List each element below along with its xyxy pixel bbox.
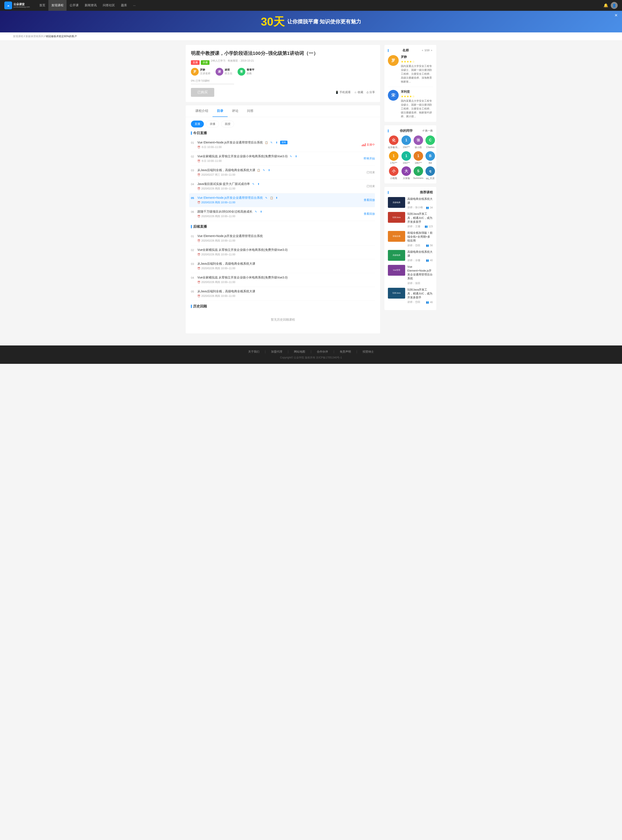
classmate-avatar: 1 xyxy=(401,136,411,145)
mobile-watch-button[interactable]: 📱 手机观看 xyxy=(335,90,351,94)
sub-tab-offline[interactable]: 面授 xyxy=(221,121,234,127)
classmate-name: 大笨狼 xyxy=(401,177,411,180)
buy-button[interactable]: 已购买 xyxy=(191,88,214,97)
rec-course-info: 玩转Java开发工具，精通JUC，成为开发多面手 讲师：岱田 👥 46 xyxy=(407,288,433,304)
tab-catalog[interactable]: 目录 xyxy=(212,105,228,117)
banner-close-button[interactable]: ✕ xyxy=(614,13,618,18)
teacher-3-info: 青青平 助教 xyxy=(247,68,255,75)
copy-icon[interactable]: 📋 xyxy=(257,168,261,172)
teacher-card-1-stars: ★★★★☆ xyxy=(401,60,433,63)
lesson-status-replay[interactable]: 查看回放 xyxy=(361,212,375,216)
rec-course-meta: 讲师：岱田 👥 46 xyxy=(407,300,433,304)
edit-icon[interactable]: ✎ xyxy=(254,210,258,214)
lesson-time-highlighted: ⏰ 2020/02/26 周四 10:00–11:00 xyxy=(197,201,361,205)
lesson-status-live[interactable]: 直播中 xyxy=(360,143,375,147)
lesson-name: Vue Element+Node.js开发企业通用管理后台系统 📋 ✎ ⬆ 资料 xyxy=(197,141,360,145)
footer-link-agent[interactable]: 加盟代理 xyxy=(271,350,282,354)
logo[interactable]: ☁ 云朵课堂 yunduoketang.com xyxy=(4,2,30,9)
user-avatar[interactable]: 👤 xyxy=(611,2,618,9)
tab-qa[interactable]: 问答 xyxy=(243,105,258,117)
edit-icon[interactable]: ✎ xyxy=(289,155,293,158)
breadcrumb-discover[interactable]: 发现课程 xyxy=(13,35,23,38)
classmate-name: 1867** xyxy=(413,162,423,164)
edit-icon[interactable]: ✎ xyxy=(270,141,273,144)
upload-icon[interactable]: ⬆ xyxy=(259,210,263,214)
sub-tab-live[interactable]: 直播 xyxy=(191,121,204,127)
rec-course-meta: 讲师：张小锋 👥 34 xyxy=(407,206,433,209)
teacher-card-2-desc: 国内某重点大学安全工程专业硕士、国家一级注册消防工程师、注册安全工程师、级注册建… xyxy=(401,99,433,118)
teacher-1-name: 罗静 xyxy=(200,68,210,72)
tab-review[interactable]: 评论 xyxy=(228,105,243,117)
classmate-avatar: S xyxy=(413,166,423,176)
nav-item-news[interactable]: 新闻资讯 xyxy=(82,0,100,11)
teachers-list: 罗 罗静 主讲老师 凌 凌荷 班主任 青 青青平 xyxy=(191,68,375,76)
teachers-pagination[interactable]: ＜ 1/10 ＞ xyxy=(421,49,433,52)
action-buttons: 📱 手机观看 ☆ 收藏 ⎙ 分享 xyxy=(335,90,375,94)
tag-recorded: 录播 xyxy=(201,60,209,65)
edit-icon[interactable]: ✎ xyxy=(252,182,255,186)
lesson-item: 02 Vue全家桶实战 从零独立开发企业级小米电商系统(免费升级Vue3.0) … xyxy=(191,152,375,166)
lesson-info: 从Java后端到全栈，高级电商全栈系统大课 ⏰ 2020/02/26 周四 10… xyxy=(197,290,375,298)
sub-tab-recorded[interactable]: 录播 xyxy=(206,121,219,127)
footer-link-about[interactable]: 关于我们 xyxy=(248,350,259,354)
footer-link-sitemap[interactable]: 网站地图 xyxy=(294,350,305,354)
lesson-link[interactable]: Vue Element+Node.js开发企业通用管理后台系统 xyxy=(197,196,263,200)
tab-intro[interactable]: 课程介绍 xyxy=(191,105,212,117)
breadcrumb-series[interactable]: 新媒体营销系列 xyxy=(26,35,44,38)
main-container: 明星中教授课，小学阶段语法100分–强化级第1讲动词（一） 直播 录播 246人… xyxy=(181,41,441,341)
breadcrumb-current: 销冠修炼术抢定80%的客户 xyxy=(46,35,77,38)
nav-item-qa[interactable]: 问答社区 xyxy=(100,0,118,11)
upload-icon[interactable]: ⬆ xyxy=(275,196,278,200)
classmate-item: 化 化学教书... xyxy=(388,136,399,149)
rec-course-item[interactable]: 玩转Java 玩转Java开发工具，精通JUC，成为开发多面手 讲师：岱田 👥 … xyxy=(388,288,433,304)
rec-course-item[interactable]: 高级电商 高级电商全线系统大课 讲师：冷珊 👥 40 xyxy=(388,250,433,262)
rec-course-thumb: Vue管理 xyxy=(388,265,405,276)
rec-course-item[interactable]: 前端全栈 前端全栈加强版！前端全线+全周期+多组应用 讲师：岱田 👥 56 xyxy=(388,231,433,247)
tag-live: 直播 xyxy=(191,60,200,65)
classmate-item: C Charles xyxy=(425,136,435,149)
classmates-card-title: 你的同学 ↺ 换一换 xyxy=(388,129,433,133)
nav-item-discover[interactable]: 发现课程 xyxy=(48,0,67,11)
lesson-status-replay[interactable]: 查看回放 xyxy=(361,198,375,202)
copy-icon[interactable]: 📋 xyxy=(265,141,268,144)
nav-item-open[interactable]: 公开课 xyxy=(67,0,82,11)
share-button[interactable]: ⎙ 分享 xyxy=(367,90,375,94)
footer-link-recruit[interactable]: 招贤纳士 xyxy=(363,350,374,354)
lesson-info: Vue全家桶实战 从零独立开发企业级小米电商系统(免费升级Vue3.0) ⏰ 2… xyxy=(197,276,375,284)
rec-course-item[interactable]: 玩转Java 玩转Java开发工具，精通JUC，成为开发多面手 讲师：王珊 👥 … xyxy=(388,212,433,228)
refresh-classmates-button[interactable]: ↺ 换一换 xyxy=(422,129,433,133)
classmate-avatar: 1 xyxy=(401,151,411,161)
edit-icon[interactable]: ✎ xyxy=(262,168,266,172)
rec-course-item[interactable]: Vue管理 Vue Element+Node.js开发企业通用管理后台系统 讲师… xyxy=(388,265,433,285)
edit-icon[interactable]: ✎ xyxy=(265,196,268,200)
upload-icon[interactable]: ⬆ xyxy=(257,182,260,186)
upload-icon[interactable]: ⬆ xyxy=(275,141,278,144)
teacher-1-info: 罗静 主讲老师 xyxy=(200,68,210,75)
nav-item-more[interactable]: ··· xyxy=(130,0,139,11)
notification-bell[interactable]: 🔔 xyxy=(604,3,608,8)
lesson-num-highlighted: 05 xyxy=(191,196,197,200)
lesson-time: ⏰ 今日 10:00–11:00 xyxy=(197,159,361,163)
copy-icon[interactable]: 📋 xyxy=(270,196,273,200)
rec-course-thumb: 玩转Java xyxy=(388,288,405,299)
classmate-item: 1 1567** xyxy=(401,151,411,164)
nav-item-home[interactable]: 首页 xyxy=(36,0,48,11)
upload-icon[interactable]: ⬆ xyxy=(294,155,298,158)
lesson-name: Vue Element+Node.js开发企业通用管理后台系统 xyxy=(197,234,375,238)
collect-button[interactable]: ☆ 收藏 xyxy=(354,90,363,94)
lesson-num: 04 xyxy=(191,182,197,186)
classmate-item: 张 张小田 xyxy=(413,136,423,149)
classmate-item: 小 小熊熊 xyxy=(388,166,399,180)
rec-course-info: 高级电商全线系统大课 讲师：冷珊 👥 40 xyxy=(407,250,433,262)
upload-icon[interactable]: ⬆ xyxy=(267,168,271,172)
lesson-info: Vue全家桶实战 从零独立开发企业级小米电商系统(免费升级Vue3.0) ⏰ 2… xyxy=(197,248,375,257)
rec-course-thumb: 前端全栈 xyxy=(388,231,405,242)
nav-item-questions[interactable]: 题库 xyxy=(118,0,130,11)
footer-link-disclaimer[interactable]: 免责声明 xyxy=(340,350,351,354)
lesson-time: ⏰ 2020/02/27 周三 10:00–11:00 xyxy=(197,173,364,177)
rec-course-item[interactable]: 高级电商 高级电商全线系统大课 讲师：张小锋 👥 34 xyxy=(388,197,433,209)
lesson-name-highlighted: Vue Element+Node.js开发企业通用管理后台系统 ✎ 📋 ⬆ xyxy=(197,196,361,200)
classmate-avatar: 1 xyxy=(389,151,398,161)
footer-link-partner[interactable]: 合作伙伴 xyxy=(317,350,328,354)
lesson-name: 从Java后端到全栈，高级电商全栈系统大课 xyxy=(197,290,375,293)
